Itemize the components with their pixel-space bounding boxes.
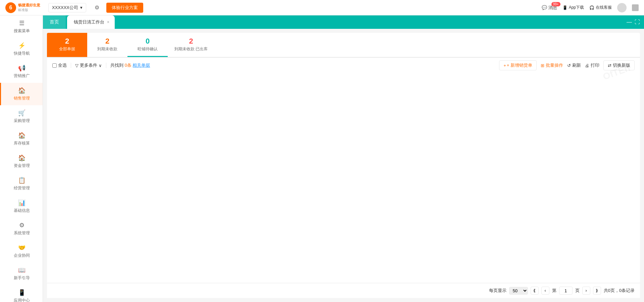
tab-minimize-button[interactable]: — xyxy=(627,19,632,25)
app-center-icon: 📱 xyxy=(18,289,25,296)
headset-icon: 🎧 xyxy=(589,5,594,10)
next-page-button[interactable]: › xyxy=(582,287,590,295)
sidebar-item-search-menu[interactable]: ☰ 搜索菜单 xyxy=(0,15,43,38)
tab-home-label: 首页 xyxy=(50,19,59,25)
new-btn-label: + 新增销货单 xyxy=(507,62,532,68)
sidebar-label-system: 系统管理 xyxy=(14,230,30,236)
online-service-label: 在线客服 xyxy=(596,5,612,10)
tab-current[interactable]: 钱货日清工作台 × xyxy=(67,15,115,29)
sales-icon: 🏠 xyxy=(18,87,25,94)
sidebar-item-base-info[interactable]: 📊 基础信息 xyxy=(0,195,43,218)
app-layout: ☰ 搜索菜单 ⚡ 快捷导航 📢 营销推广 🏠 销售管理 🛒 采购管理 🏠 库存核… xyxy=(0,15,644,302)
trial-button[interactable]: 体验行业方案 xyxy=(106,3,143,13)
switch-label: 切换新版 xyxy=(613,62,630,68)
checkbox-input[interactable] xyxy=(52,63,57,68)
sidebar-label-search-menu: 搜索菜单 xyxy=(14,28,30,34)
found-link[interactable]: 相关单据 xyxy=(132,63,150,68)
main-content: 首页 钱货日清工作台 × — ⛶ 2 全部单据 2 到期未收款 xyxy=(43,15,644,302)
divider-1 xyxy=(71,63,71,68)
refresh-button[interactable]: ↺ 刷新 xyxy=(567,62,581,68)
app-download-button[interactable]: 📱 App下载 xyxy=(562,5,584,10)
tab-bar: 首页 钱货日清工作台 × — ⛶ xyxy=(43,15,644,29)
stat-tab-overdue[interactable]: 2 到期未收款 xyxy=(87,33,127,57)
sidebar: ☰ 搜索菜单 ⚡ 快捷导航 📢 营销推广 🏠 销售管理 🛒 采购管理 🏠 库存核… xyxy=(0,15,43,302)
sidebar-label-quick-nav: 快捷导航 xyxy=(14,51,30,56)
sidebar-item-guide[interactable]: 📖 新手引导 xyxy=(0,262,43,285)
message-icon: 💬 xyxy=(542,5,547,10)
more-filters-label: 更多条件 xyxy=(80,62,97,68)
select-all-checkbox[interactable]: 全选 xyxy=(52,62,67,68)
sidebar-item-app-center[interactable]: 📱 应用中心 xyxy=(0,285,43,302)
purchase-icon: 🛒 xyxy=(18,109,25,117)
sidebar-item-system[interactable]: ⚙ 系统管理 xyxy=(0,218,43,240)
new-sales-order-button[interactable]: + + 新增销货单 xyxy=(499,60,537,70)
sidebar-item-operation[interactable]: 📋 经营管理 xyxy=(0,173,43,195)
sidebar-item-marketing[interactable]: 📢 营销推广 xyxy=(0,60,43,83)
sidebar-label-guide: 新手引导 xyxy=(14,275,30,281)
batch-op-button[interactable]: ⊞ 批量操作 xyxy=(541,62,563,68)
logo-area: 6 畅捷通好生意 标准版 xyxy=(5,2,48,13)
stat-label-overdue-unshipped: 到期未收款 已出库 xyxy=(174,46,208,52)
found-count: 0条 xyxy=(125,63,131,68)
switch-version-button[interactable]: ⇄ 切换新版 xyxy=(603,60,635,70)
sidebar-item-inventory[interactable]: 🏠 库存核算 xyxy=(0,128,43,150)
sidebar-item-enterprise-coop[interactable]: 🤝 企业协同 xyxy=(0,240,43,262)
header-right: 💬 消息 99+ 📱 App下载 🎧 在线客服 xyxy=(542,3,639,12)
company-name: XXXXXX公司 xyxy=(52,5,78,11)
sidebar-label-marketing: 营销推广 xyxy=(14,73,30,79)
stat-label-wangpu: 旺铺待确认 xyxy=(134,46,161,52)
plus-icon: + xyxy=(503,63,506,68)
tab-current-label: 钱货日清工作台 xyxy=(74,19,104,25)
sidebar-label-capital: 资金管理 xyxy=(14,163,30,169)
message-button[interactable]: 💬 消息 99+ xyxy=(542,5,557,11)
print-icon: 🖨 xyxy=(585,63,589,68)
toolbar: 全选 ▽ 更多条件 ∨ 共找到 0条 相关单据 + + 新增销货单 xyxy=(47,57,640,73)
sidebar-item-quick-nav[interactable]: ⚡ 快捷导航 xyxy=(0,38,43,60)
print-button[interactable]: 🖨 打印 xyxy=(585,62,599,68)
sidebar-label-app-center: 应用中心 xyxy=(14,298,30,302)
tab-actions: — ⛶ xyxy=(627,19,644,25)
settings-button[interactable]: ⚙ xyxy=(92,2,102,13)
company-selector[interactable]: XXXXXX公司 ▾ xyxy=(48,3,86,12)
user-more-icon[interactable] xyxy=(632,4,639,11)
refresh-icon: ↺ xyxy=(567,63,571,68)
system-icon: ⚙ xyxy=(19,222,24,229)
sidebar-label-enterprise-coop: 企业协同 xyxy=(14,253,30,258)
online-service-button[interactable]: 🎧 在线客服 xyxy=(589,5,612,10)
more-filters-button[interactable]: ▽ 更多条件 ∨ xyxy=(75,62,102,68)
sidebar-item-purchase[interactable]: 🛒 采购管理 xyxy=(0,105,43,128)
stat-num-wangpu: 0 xyxy=(134,37,161,46)
tab-maximize-button[interactable]: ⛶ xyxy=(635,19,640,25)
logo-text: 畅捷通好生意 xyxy=(18,3,40,7)
guide-icon: 📖 xyxy=(18,266,25,274)
stat-tab-overdue-unshipped[interactable]: 2 到期未收款 已出库 xyxy=(168,33,214,57)
page-number-input[interactable] xyxy=(559,287,573,295)
avatar[interactable] xyxy=(617,3,627,12)
stat-tab-wangpu[interactable]: 0 旺铺待确认 xyxy=(127,33,168,57)
prev-page-button[interactable]: ‹ xyxy=(541,287,549,295)
download-icon: 📱 xyxy=(562,5,568,10)
tab-close-icon[interactable]: × xyxy=(107,20,109,24)
total-text: 共0页，0条记录 xyxy=(604,288,635,294)
sidebar-item-capital[interactable]: 🏠 资金管理 xyxy=(0,150,43,173)
last-page-button[interactable]: ⟫ xyxy=(593,287,601,295)
page-text: 第 xyxy=(552,288,556,294)
stat-num-overdue: 2 xyxy=(94,37,121,46)
capital-icon: 🏠 xyxy=(18,154,25,162)
content-area: 2 全部单据 2 到期未收款 0 旺铺待确认 2 到期未收款 已出库 xyxy=(43,29,644,302)
batch-op-label: 批量操作 xyxy=(546,62,563,68)
sidebar-item-sales[interactable]: 🏠 销售管理 xyxy=(0,83,43,105)
stat-tab-all[interactable]: 2 全部单据 xyxy=(47,33,87,57)
toolbar-right: + + 新增销货单 ⊞ 批量操作 ↺ 刷新 🖨 打印 xyxy=(499,60,635,70)
tab-home[interactable]: 首页 xyxy=(43,15,66,29)
per-page-select[interactable]: 50 20 100 xyxy=(509,287,528,295)
stat-label-all: 全部单据 xyxy=(54,46,80,52)
print-label: 打印 xyxy=(591,62,599,68)
enterprise-coop-icon: 🤝 xyxy=(18,244,25,251)
dropdown-arrow-icon: ▾ xyxy=(80,5,83,10)
switch-icon: ⇄ xyxy=(608,63,611,68)
found-text: 共找到 0条 相关单据 xyxy=(110,62,150,68)
first-page-button[interactable]: ⟪ xyxy=(531,287,539,295)
batch-icon: ⊞ xyxy=(541,63,544,68)
divider-2 xyxy=(106,63,106,68)
